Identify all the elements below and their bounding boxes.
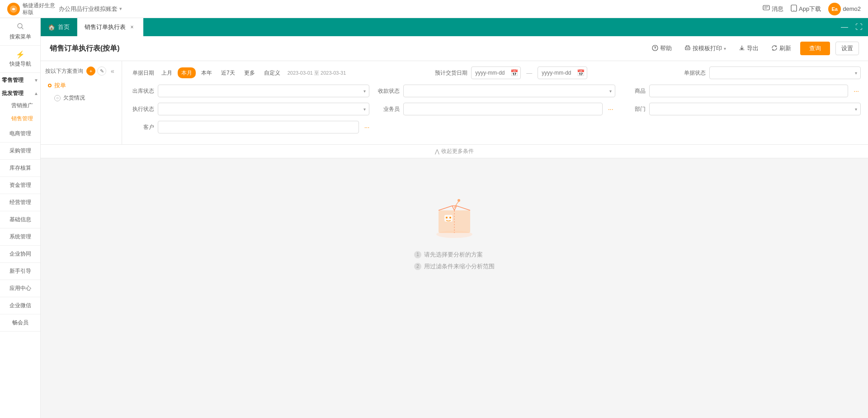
help-btn[interactable]: 帮助 bbox=[648, 43, 675, 54]
user-area[interactable]: Ea demo2 bbox=[828, 3, 861, 15]
scheme-sub-item-shortage[interactable]: ○ 欠货情况 bbox=[45, 92, 117, 104]
date-current-btn[interactable]: 本月 bbox=[178, 67, 196, 78]
filter-row-3: 执行状态 ▾ 业务员 ··· bbox=[129, 103, 861, 115]
salesman-dots[interactable]: ··· bbox=[606, 105, 615, 113]
quick-nav-label: 快捷导航 bbox=[9, 60, 31, 68]
date-custom-btn[interactable]: 自定义 bbox=[260, 67, 284, 78]
help-icon bbox=[652, 45, 658, 52]
search-icon bbox=[17, 23, 24, 32]
customer-label: 客户 bbox=[129, 124, 154, 131]
sidebar-item-app-center[interactable]: 应用中心 bbox=[0, 280, 40, 297]
tab-home[interactable]: 🏠 首页 bbox=[41, 18, 77, 36]
newbie-label: 新手引导 bbox=[9, 267, 31, 275]
basic-label: 基础信息 bbox=[9, 216, 31, 223]
sidebar-item-quick-nav[interactable]: ⚡ 快捷导航 bbox=[0, 46, 40, 73]
goods-input[interactable] bbox=[649, 85, 849, 97]
empty-tips: 1 请先选择要分析的方案 2 用过滤条件来缩小分析范围 bbox=[414, 249, 495, 272]
scheme-add-btn[interactable]: + bbox=[86, 66, 95, 76]
sidebar-item-newbie[interactable]: 新手引导 bbox=[0, 263, 40, 280]
sidebar-item-wholesale[interactable]: 批发管理 ▲ bbox=[0, 86, 40, 99]
date-7days-btn[interactable]: 近7天 bbox=[217, 67, 239, 78]
app-download-btn[interactable]: App下载 bbox=[791, 5, 821, 13]
retail-arrow: ▼ bbox=[34, 78, 38, 83]
purchase-label: 采购管理 bbox=[9, 147, 31, 155]
filter-row-1: 单据日期 上月 本月 本年 近7天 更多 自定义 2023-03-01 至 20… bbox=[129, 66, 861, 79]
filter-scheme: 按以下方案查询 + ✎ « 按单 ○ 欠货情况 bbox=[41, 61, 122, 144]
goods-group: 商品 ··· bbox=[621, 85, 861, 97]
bill-status-group: 单据状态 ▾ bbox=[681, 66, 861, 79]
exec-status-select-wrap: ▾ bbox=[158, 103, 369, 115]
search-btn[interactable]: 查询 bbox=[800, 42, 830, 55]
expected-date-end[interactable] bbox=[538, 66, 587, 79]
tab-bar: 🏠 首页 销售订单执行表 × — ⛶ bbox=[41, 18, 868, 36]
exec-status-label: 执行状态 bbox=[129, 105, 154, 113]
exec-status-select[interactable] bbox=[158, 103, 369, 115]
expected-date-end-wrap: 📅 bbox=[538, 66, 587, 79]
date-prev-btn[interactable]: 上月 bbox=[158, 67, 176, 78]
sidebar-sub-sales[interactable]: 销售管理 bbox=[4, 112, 40, 125]
customer-dots[interactable]: ··· bbox=[363, 124, 372, 131]
sidebar-item-enterprise[interactable]: 企业协同 bbox=[0, 246, 40, 263]
shortage-icon: ○ bbox=[54, 95, 61, 101]
collapse-bar[interactable]: ⋀ 收起更多条件 bbox=[41, 145, 868, 158]
sidebar-item-member[interactable]: 畅会员 bbox=[0, 314, 40, 332]
salesman-input[interactable] bbox=[403, 103, 603, 115]
dept-group: 部门 ▾ bbox=[621, 103, 861, 115]
svg-rect-8 bbox=[686, 48, 689, 49]
refresh-btn[interactable]: 刷新 bbox=[768, 43, 795, 54]
finance-label: 资金管理 bbox=[9, 181, 31, 189]
date-more-btn[interactable]: 更多 bbox=[241, 67, 259, 78]
tip-text-2: 用过滤条件来缩小分析范围 bbox=[424, 261, 495, 272]
inventory-label: 库存核算 bbox=[9, 164, 31, 172]
filter-fields: 单据日期 上月 本月 本年 近7天 更多 自定义 2023-03-01 至 20… bbox=[122, 61, 868, 144]
sidebar-sub-marketing[interactable]: 营销推广 bbox=[4, 99, 40, 112]
sidebar-item-basic[interactable]: 基础信息 bbox=[0, 211, 40, 228]
sidebar-item-search[interactable]: 搜索菜单 bbox=[0, 18, 40, 46]
filter-panel: 按以下方案查询 + ✎ « 按单 ○ 欠货情况 bbox=[41, 61, 868, 145]
sidebar-item-inventory[interactable]: 库存核算 bbox=[0, 160, 40, 177]
top-header: 畅捷通好生意 标版 办公用品行业模拟账套 ▾ 消息 App下载 Ea demo2 bbox=[0, 0, 868, 18]
sidebar-item-ecommerce[interactable]: 电商管理 bbox=[0, 125, 40, 142]
date-year-btn[interactable]: 本年 bbox=[198, 67, 216, 78]
scheme-item-order[interactable]: 按单 bbox=[45, 79, 117, 92]
scheme-edit-btn[interactable]: ✎ bbox=[97, 66, 106, 76]
tab-minimize-btn[interactable]: — bbox=[839, 22, 850, 33]
sales-label: 销售管理 bbox=[11, 115, 33, 123]
tip-item-2: 2 用过滤条件来缩小分析范围 bbox=[414, 261, 495, 272]
sidebar-item-finance[interactable]: 资金管理 bbox=[0, 177, 40, 194]
empty-state: 1 请先选择要分析的方案 2 用过滤条件来缩小分析范围 bbox=[41, 158, 868, 309]
customer-input[interactable] bbox=[158, 121, 359, 133]
app-center-label: 应用中心 bbox=[9, 285, 31, 292]
refresh-icon bbox=[771, 45, 778, 52]
tab-close-icon[interactable]: × bbox=[128, 24, 136, 31]
payment-status-select[interactable] bbox=[403, 85, 615, 97]
svg-point-14 bbox=[449, 217, 451, 218]
goods-dots[interactable]: ··· bbox=[852, 87, 861, 95]
tab-maximize-btn[interactable]: ⛶ bbox=[854, 22, 864, 33]
collapse-label: 收起更多条件 bbox=[441, 147, 474, 155]
header-right: 消息 App下载 Ea demo2 bbox=[763, 3, 861, 15]
sidebar-item-wechat[interactable]: 企业微信 bbox=[0, 297, 40, 314]
goods-label: 商品 bbox=[621, 87, 646, 95]
salesman-group: 业务员 ··· bbox=[375, 103, 615, 115]
sidebar-item-operation[interactable]: 经营管理 bbox=[0, 194, 40, 211]
print-btn[interactable]: 按模板打印 ▾ bbox=[681, 43, 730, 54]
bill-status-select[interactable] bbox=[709, 66, 861, 79]
sidebar-item-retail[interactable]: 零售管理 ▼ bbox=[0, 73, 40, 86]
tab-sales-order[interactable]: 销售订单执行表 × bbox=[77, 18, 143, 36]
operation-label: 经营管理 bbox=[9, 199, 31, 206]
message-btn[interactable]: 消息 bbox=[763, 5, 783, 13]
ship-status-select[interactable] bbox=[158, 85, 369, 97]
date-label: 单据日期 bbox=[129, 69, 154, 77]
sidebar-item-system[interactable]: 系统管理 bbox=[0, 228, 40, 246]
expected-date-start[interactable] bbox=[471, 66, 521, 79]
scheme-collapse-btn[interactable]: « bbox=[108, 66, 117, 76]
ship-status-group: 出库状态 ▾ bbox=[129, 85, 369, 97]
settings-btn[interactable]: 设置 bbox=[835, 42, 859, 55]
expected-date-group: 预计交货日期 📅 — 📅 bbox=[435, 66, 675, 79]
sidebar-item-purchase[interactable]: 采购管理 bbox=[0, 142, 40, 160]
filter-row-4: 客户 ··· bbox=[129, 121, 861, 133]
breadcrumb[interactable]: 办公用品行业模拟账套 ▾ bbox=[59, 5, 122, 13]
export-btn[interactable]: 导出 bbox=[735, 43, 762, 54]
dept-select[interactable] bbox=[649, 103, 861, 115]
